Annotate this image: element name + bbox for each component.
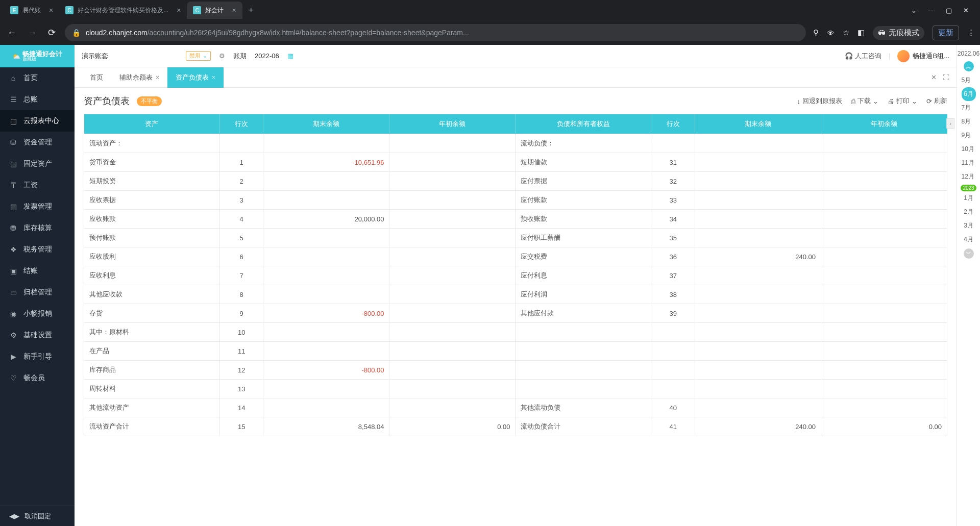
chat-support-button[interactable]: 🎧 人工咨询 <box>845 52 881 61</box>
close-icon[interactable]: × <box>232 6 236 14</box>
asset-begin-balance <box>389 191 516 210</box>
incognito-indicator[interactable]: 🕶 无痕模式 <box>873 26 924 40</box>
sidebar-item-工资[interactable]: ₸工资 <box>0 174 75 196</box>
liability-end-balance <box>695 172 821 191</box>
user-menu[interactable]: 畅捷通B组... <box>897 50 949 62</box>
account-set-label[interactable]: 演示账套 <box>82 52 108 61</box>
month-item[interactable]: 12月 <box>962 170 976 184</box>
sidebar-item-发票管理[interactable]: ▤发票管理 <box>0 196 75 217</box>
month-item[interactable]: 1月 <box>964 191 973 205</box>
table-row[interactable]: 货币资金 1 -10,651.96 短期借款 31 <box>84 153 947 172</box>
month-item[interactable]: 11月 <box>962 156 976 170</box>
sidebar-item-基础设置[interactable]: ⚙基础设置 <box>0 324 75 346</box>
month-item[interactable]: 4月 <box>964 233 973 246</box>
minimize-icon[interactable]: ― <box>928 7 935 14</box>
back-button[interactable]: ← <box>5 28 18 38</box>
url-host: cloud2.chanjet.com <box>86 29 148 37</box>
sidebar-item-首页[interactable]: ⌂首页 <box>0 67 75 89</box>
sidebar-item-税务管理[interactable]: ❖税务管理 <box>0 239 75 260</box>
page-header: 资产负债表 不平衡 ↓回退到原报表 ⎙下载⌄ 🖨打印⌄ ⟳刷新 <box>75 88 957 114</box>
table-row[interactable]: 应收票据 3 应付账款 33 <box>84 191 947 210</box>
asset-end-balance <box>263 342 389 361</box>
sidebar-item-新手引导[interactable]: ▶新手引导 <box>0 346 75 367</box>
close-icon[interactable]: × <box>177 6 181 14</box>
refresh-button[interactable]: ⟳刷新 <box>926 96 947 106</box>
sidebar-item-资金管理[interactable]: ⛁资金管理 <box>0 132 75 153</box>
close-icon[interactable]: × <box>156 74 159 81</box>
table-row[interactable]: 库存商品 12 -800.00 <box>84 361 947 380</box>
close-icon[interactable]: × <box>212 74 215 81</box>
liability-rowno <box>651 380 695 398</box>
new-tab-button[interactable]: + <box>242 5 260 16</box>
scroll-up-button[interactable]: ︽ <box>964 61 974 71</box>
scroll-right-button[interactable]: › <box>946 118 954 129</box>
month-item[interactable]: 10月 <box>962 142 976 156</box>
table-row[interactable]: 存货 9 -800.00 其他应付款 39 <box>84 304 947 323</box>
month-item[interactable]: 9月 <box>962 129 976 142</box>
close-icon[interactable]: ✕ <box>963 7 969 14</box>
month-item[interactable]: 7月 <box>962 101 976 115</box>
table-row[interactable]: 其他应收款 8 应付利润 38 <box>84 285 947 304</box>
liability-end-balance: 240.00 <box>695 247 821 266</box>
col-end-balance2: 期末余额 <box>695 114 821 134</box>
logo[interactable]: ⛅ 畅捷通好会计 旗舰版 <box>0 45 75 67</box>
browser-tab[interactable]: C 好会计财务管理软件购买价格及... × <box>59 2 187 19</box>
scroll-down-button[interactable]: ︾ <box>964 248 974 259</box>
table-row[interactable]: 在产品 11 <box>84 342 947 361</box>
month-item[interactable]: 3月 <box>964 219 973 233</box>
reload-button[interactable]: ⟳ <box>46 27 58 38</box>
sidebar-item-库存核算[interactable]: ⛃库存核算 <box>0 217 75 239</box>
close-icon[interactable]: × <box>49 6 53 14</box>
table-row[interactable]: 流动资产合计 15 8,548.04 0.00 流动负债合计 41 240.00… <box>84 417 947 436</box>
calendar-icon[interactable]: ▦ <box>287 52 293 60</box>
maximize-icon[interactable]: ▢ <box>946 7 952 14</box>
puzzle-icon[interactable]: ◧ <box>857 28 865 37</box>
liability-rowno <box>651 134 695 153</box>
table-row[interactable]: 预付账款 5 应付职工薪酬 35 <box>84 229 947 247</box>
browser-tab[interactable]: C 好会计 × <box>187 2 242 19</box>
liability-rowno: 40 <box>651 398 695 417</box>
table-row[interactable]: 周转材料 13 <box>84 380 947 398</box>
page-tab[interactable]: 辅助余额表× <box>111 67 167 88</box>
col-asset: 资产 <box>84 114 220 134</box>
fullscreen-icon[interactable]: ⛶ <box>943 73 949 81</box>
sidebar-item-结账[interactable]: ▣结账 <box>0 260 75 282</box>
download-button[interactable]: ⎙下载⌄ <box>851 96 878 106</box>
period-value[interactable]: 2022-06 <box>255 52 279 60</box>
star-icon[interactable]: ☆ <box>843 28 849 37</box>
url-bar[interactable]: 🔒 cloud2.chanjet.com/accounting/uh26t264… <box>65 24 806 41</box>
print-button[interactable]: 🖨打印⌄ <box>888 96 917 106</box>
close-all-tabs-icon[interactable]: ✕ <box>931 73 937 81</box>
table-row[interactable]: 流动资产： 流动负债： <box>84 134 947 153</box>
table-row[interactable]: 其中：原材料 10 <box>84 323 947 342</box>
sidebar-item-总账[interactable]: ☰总账 <box>0 89 75 110</box>
sidebar-item-固定资产[interactable]: ▦固定资产 <box>0 153 75 174</box>
month-item[interactable]: 2月 <box>964 205 973 219</box>
table-row[interactable]: 其他流动资产 14 其他流动负债 40 <box>84 398 947 417</box>
month-item[interactable]: 6月 <box>962 87 976 101</box>
table-row[interactable]: 应收利息 7 应付利息 37 <box>84 266 947 285</box>
nav-icon: ⌂ <box>9 74 17 82</box>
table-row[interactable]: 应收账款 4 20,000.00 预收账款 34 <box>84 210 947 229</box>
update-button[interactable]: 更新 <box>933 26 959 40</box>
month-item[interactable]: 5月 <box>962 73 976 87</box>
chevron-down-icon[interactable]: ⌄ <box>911 7 917 14</box>
sidebar-unpin[interactable]: ◀▶ 取消固定 <box>0 506 75 526</box>
disabled-badge[interactable]: 禁用 ⌄ <box>186 51 211 61</box>
menu-icon[interactable]: ⋮ <box>967 28 975 37</box>
browser-tab[interactable]: E 易代账 × <box>4 2 59 19</box>
table-row[interactable]: 短期投资 2 应付票据 32 <box>84 172 947 191</box>
sidebar-item-小畅报销[interactable]: ◉小畅报销 <box>0 303 75 324</box>
sidebar-item-云报表中心[interactable]: ▥云报表中心 <box>0 110 75 132</box>
sidebar-item-畅会员[interactable]: ♡畅会员 <box>0 367 75 389</box>
sidebar-item-归档管理[interactable]: ▭归档管理 <box>0 282 75 303</box>
col-end-balance: 期末余额 <box>263 114 389 134</box>
table-row[interactable]: 应收股利 6 应交税费 36 240.00 <box>84 247 947 266</box>
page-tab[interactable]: 首页 <box>82 67 111 88</box>
eye-slash-icon[interactable]: 👁 <box>827 29 835 37</box>
month-item[interactable]: 8月 <box>962 115 976 129</box>
page-tab[interactable]: 资产负债表× <box>167 67 224 88</box>
revert-button[interactable]: ↓回退到原报表 <box>797 96 843 106</box>
search-icon[interactable]: ⚲ <box>813 28 819 37</box>
gear-icon[interactable]: ⚙ <box>219 52 225 60</box>
